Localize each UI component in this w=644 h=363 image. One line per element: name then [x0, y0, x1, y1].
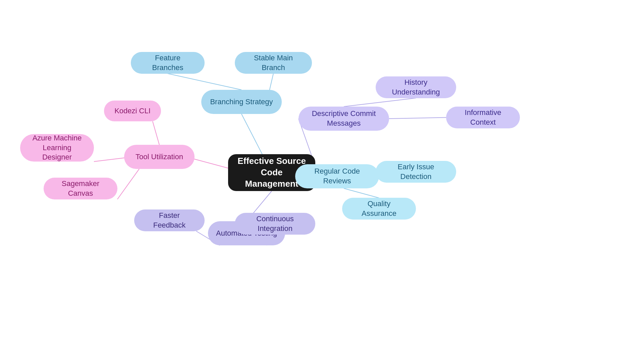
node-feature_branches: Feature Branches: [131, 52, 205, 74]
node-history_und: History Understanding: [376, 76, 456, 98]
svg-line-11: [344, 98, 416, 107]
node-cont_int: Continuous Integration: [235, 213, 315, 235]
node-branching: Branching Strategy: [201, 90, 282, 114]
svg-line-4: [153, 121, 159, 145]
node-reg_code: Regular Code Reviews: [295, 164, 379, 188]
svg-line-12: [389, 118, 446, 119]
node-tool_util: Tool Utilization: [124, 145, 195, 169]
mind-map: Effective Source Code ManagementBranchin…: [0, 0, 644, 363]
node-azure: Azure Machine Learning Designer: [20, 134, 94, 162]
svg-line-15: [344, 188, 379, 198]
node-early_issue: Early Issue Detection: [376, 161, 456, 183]
node-kodezi: Kodezi CLI: [104, 101, 161, 121]
node-inform_ctx: Informative Context: [446, 107, 520, 128]
node-faster_fb: Faster Feedback: [134, 209, 205, 231]
node-quality_assur: Quality Assurance: [342, 198, 416, 220]
node-desc_commit: Descriptive Commit Messages: [299, 107, 389, 131]
svg-line-1: [168, 74, 241, 90]
svg-line-6: [117, 169, 139, 199]
node-stable_main: Stable Main Branch: [235, 52, 312, 74]
node-sagemaker: Sagemaker Canvas: [44, 178, 117, 199]
